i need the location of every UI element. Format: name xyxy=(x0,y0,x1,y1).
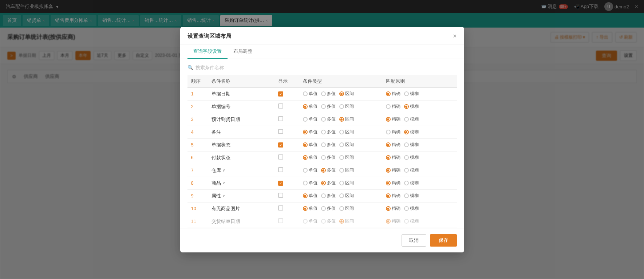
radio-multi[interactable]: 多值 xyxy=(321,154,336,161)
radio-exact[interactable]: 精确 xyxy=(386,154,400,161)
th-name: 条件名称 xyxy=(208,75,274,88)
checkbox[interactable] xyxy=(278,181,283,186)
row-show-checkbox[interactable] xyxy=(274,151,299,164)
radio-circle xyxy=(404,206,409,211)
row-show-checkbox[interactable] xyxy=(274,202,299,215)
radio-multi[interactable]: 多值 xyxy=(321,116,336,122)
radio-multi[interactable]: 多值 xyxy=(321,180,336,186)
checkbox[interactable] xyxy=(278,116,283,121)
checkbox[interactable] xyxy=(278,154,283,160)
checkbox[interactable] xyxy=(278,193,283,198)
radio-fuzzy[interactable]: 模糊 xyxy=(404,180,419,186)
radio-single[interactable]: 单值 xyxy=(303,180,317,186)
row-show-checkbox[interactable] xyxy=(274,100,299,113)
modal-title: 设置查询区域布局 xyxy=(187,33,231,40)
tab-field-settings[interactable]: 查询字段设置 xyxy=(187,44,228,59)
row-name: 单据日期 xyxy=(208,87,274,100)
radio-multi[interactable]: 多值 xyxy=(321,218,336,224)
radio-exact[interactable]: 精确 xyxy=(386,180,400,186)
radio-single[interactable]: 单值 xyxy=(303,193,317,199)
radio-range[interactable]: 区间 xyxy=(339,91,354,97)
checkbox[interactable] xyxy=(278,205,283,211)
cancel-button[interactable]: 取消 xyxy=(402,234,426,247)
radio-range[interactable]: 区间 xyxy=(339,180,354,186)
checkbox[interactable] xyxy=(278,129,283,134)
radio-range[interactable]: 区间 xyxy=(339,193,354,199)
modal-close-button[interactable]: × xyxy=(453,33,457,39)
radio-fuzzy[interactable]: 模糊 xyxy=(404,167,419,173)
radio-multi[interactable]: 多值 xyxy=(321,193,336,199)
settings-modal: 设置查询区域布局 × 查询字段设置 布局调整 🔍 顺序 xyxy=(180,27,464,252)
radio-range[interactable]: 区间 xyxy=(339,167,354,173)
row-name-with-dropdown[interactable]: 仓库∨ xyxy=(212,167,270,174)
radio-single[interactable]: 单值 xyxy=(303,91,317,97)
checkbox[interactable] xyxy=(278,91,283,97)
radio-single[interactable]: 单值 xyxy=(303,167,317,173)
radio-range[interactable]: 区间 xyxy=(339,205,354,212)
radio-multi[interactable]: 多值 xyxy=(321,129,336,135)
row-order: 6 xyxy=(187,151,208,164)
radio-exact[interactable]: 精确 xyxy=(386,91,400,97)
radio-fuzzy[interactable]: 模糊 xyxy=(404,142,419,148)
row-show-checkbox[interactable] xyxy=(274,177,299,189)
radio-range[interactable]: 区间 xyxy=(339,103,354,110)
search-input[interactable] xyxy=(195,65,250,70)
radio-exact[interactable]: 精确 xyxy=(386,116,400,122)
radio-exact[interactable]: 精确 xyxy=(386,167,400,173)
radio-fuzzy[interactable]: 模糊 xyxy=(404,218,419,224)
radio-fuzzy[interactable]: 模糊 xyxy=(404,129,419,135)
radio-single[interactable]: 单值 xyxy=(303,129,317,135)
row-show-checkbox[interactable] xyxy=(274,189,299,202)
row-show-checkbox[interactable] xyxy=(274,164,299,177)
row-name-with-dropdown[interactable]: 商品∨ xyxy=(212,180,270,186)
radio-range[interactable]: 区间 xyxy=(339,142,354,148)
tab-layout[interactable]: 布局调整 xyxy=(228,44,258,59)
radio-single[interactable]: 单值 xyxy=(303,116,317,122)
checkbox[interactable] xyxy=(278,103,283,109)
checkbox[interactable] xyxy=(278,142,283,148)
radio-fuzzy[interactable]: 模糊 xyxy=(404,91,419,97)
checkbox[interactable] xyxy=(278,218,283,223)
radio-fuzzy[interactable]: 模糊 xyxy=(404,116,419,122)
table-row: 11交货结束日期单值多值区间精确模糊 xyxy=(187,215,457,228)
modal-footer: 取消 保存 xyxy=(180,228,464,252)
radio-circle xyxy=(386,142,391,147)
radio-single[interactable]: 单值 xyxy=(303,205,317,212)
row-show-checkbox[interactable] xyxy=(274,126,299,138)
radio-range[interactable]: 区间 xyxy=(339,116,354,122)
radio-multi[interactable]: 多值 xyxy=(321,205,336,212)
radio-range[interactable]: 区间 xyxy=(339,129,354,135)
row-show-checkbox[interactable] xyxy=(274,215,299,228)
radio-exact[interactable]: 精确 xyxy=(386,103,400,110)
radio-exact[interactable]: 精确 xyxy=(386,193,400,199)
radio-single[interactable]: 单值 xyxy=(303,142,317,148)
modal-overlay: 设置查询区域布局 × 查询字段设置 布局调整 🔍 顺序 xyxy=(0,0,644,279)
radio-multi[interactable]: 多值 xyxy=(321,91,336,97)
row-show-checkbox[interactable] xyxy=(274,138,299,151)
row-name-with-dropdown[interactable]: 属性∨ xyxy=(212,193,270,199)
radio-multi[interactable]: 多值 xyxy=(321,167,336,173)
radio-range[interactable]: 区间 xyxy=(339,154,354,161)
save-button[interactable]: 保存 xyxy=(430,234,457,247)
radio-circle xyxy=(339,219,344,224)
radio-exact[interactable]: 精确 xyxy=(386,142,400,148)
row-match-options: 精确模糊 xyxy=(382,215,457,228)
radio-exact[interactable]: 精确 xyxy=(386,129,400,135)
radio-single[interactable]: 单值 xyxy=(303,154,317,161)
radio-single[interactable]: 单值 xyxy=(303,218,317,224)
radio-fuzzy[interactable]: 模糊 xyxy=(404,154,419,161)
radio-exact[interactable]: 精确 xyxy=(386,205,400,212)
radio-fuzzy[interactable]: 模糊 xyxy=(404,205,419,212)
radio-single[interactable]: 单值 xyxy=(303,103,317,110)
row-name: 属性∨ xyxy=(208,189,274,202)
row-show-checkbox[interactable] xyxy=(274,87,299,100)
th-show: 显示 xyxy=(274,75,299,88)
radio-multi[interactable]: 多值 xyxy=(321,103,336,110)
row-show-checkbox[interactable] xyxy=(274,113,299,126)
radio-multi[interactable]: 多值 xyxy=(321,142,336,148)
radio-exact[interactable]: 精确 xyxy=(386,218,400,224)
radio-fuzzy[interactable]: 模糊 xyxy=(404,193,419,199)
checkbox[interactable] xyxy=(278,167,283,172)
radio-fuzzy[interactable]: 模糊 xyxy=(404,103,419,110)
radio-range[interactable]: 区间 xyxy=(339,218,354,224)
